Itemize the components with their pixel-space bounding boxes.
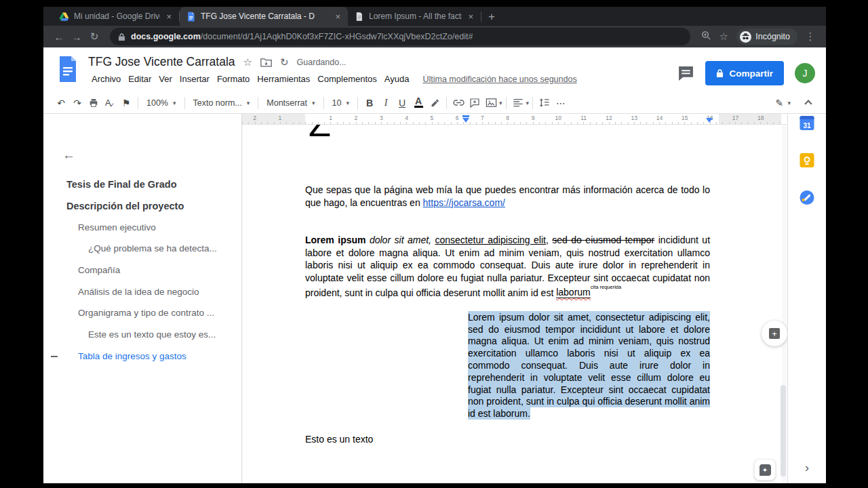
insert-image-icon[interactable] (483, 95, 499, 111)
indented-paragraph[interactable]: Lorem ipsum dolor sit amet, consectetur … (468, 312, 710, 420)
menu-complementos[interactable]: Complementos (314, 73, 380, 85)
horizontal-ruler[interactable]: 2 1 1 2 3 4 5 6 7 8 9 10 11 12 13 (242, 114, 787, 125)
outline-item-active[interactable]: Tabla de ingresos y gastos (43, 346, 237, 367)
outline-item[interactable]: Este es un texto que estoy es... (43, 324, 237, 346)
calendar-icon[interactable]: 31 (800, 116, 814, 130)
collapse-toolbar-icon[interactable] (800, 95, 816, 111)
closing-paragraph[interactable]: Esto es un texto (305, 434, 710, 445)
incognito-badge: Incógnito (736, 28, 797, 45)
redo-icon[interactable]: ↷ (69, 95, 85, 111)
menu-insertar[interactable]: Insertar (176, 73, 213, 85)
bold-text: Lorem ipsum (305, 235, 366, 245)
zoom-select[interactable]: 100% ▾ (142, 98, 181, 108)
check-glyph: ✓ (110, 102, 115, 108)
outline-item[interactable]: Compañía (43, 260, 237, 281)
left-indent-marker[interactable] (462, 118, 469, 125)
undo-icon[interactable]: ↶ (53, 95, 69, 111)
spelling-flagged-word: laborum (556, 287, 591, 298)
forward-icon[interactable]: → (68, 31, 85, 43)
last-modified-link[interactable]: Última modificación hace unos segundos (422, 75, 576, 84)
chevron-down-icon[interactable]: ▾ (787, 100, 791, 106)
bulb-base (806, 163, 809, 165)
outline-item[interactable]: Análisis de la idea de negocio (43, 281, 237, 302)
menu-dots-icon[interactable]: ⋮ (802, 30, 819, 43)
chevron-down-icon: ▾ (173, 100, 176, 106)
zoom-icon[interactable] (697, 30, 715, 43)
tab-google-drive[interactable]: Mi unidad - Google Drive × (53, 7, 179, 26)
tasks-icon[interactable] (800, 190, 814, 205)
menu-archivo[interactable]: Archivo (88, 73, 124, 85)
intro-paragraph[interactable]: Que sepas que la página web mía la que p… (305, 184, 710, 209)
ruler-number: 8 (495, 115, 520, 121)
account-avatar[interactable]: J (795, 63, 815, 83)
add-comment-icon[interactable] (467, 95, 483, 111)
outline-item[interactable]: Resumen ejecutivo (43, 216, 237, 238)
first-line-indent-marker[interactable] (462, 115, 469, 117)
back-icon[interactable]: ← (50, 31, 68, 43)
tab-lorem-ipsum[interactable]: Lorem Ipsum - All the facts - L × (348, 7, 481, 26)
main-area: ← Tesis de Final de Grado Descripción de… (43, 114, 826, 483)
ruler-number: 18 (748, 115, 773, 121)
paint-format-icon[interactable]: ⚑ (118, 95, 134, 111)
editing-mode-icon[interactable]: ✎ (771, 95, 787, 111)
insert-link-icon[interactable] (450, 95, 467, 111)
menu-ver[interactable]: Ver (155, 73, 176, 85)
outline-item[interactable]: Organigrama y tipo de contrato ... (43, 302, 237, 324)
outline-item[interactable]: Tesis de Final de Grado (43, 174, 237, 195)
expand-panel-icon[interactable]: › (805, 460, 809, 475)
url-host: docs.google.com (131, 32, 201, 41)
chevron-down-icon[interactable]: ▾ (526, 100, 530, 106)
spellcheck-icon[interactable]: A✓ (102, 95, 118, 111)
explore-button[interactable]: ✦ (754, 459, 776, 481)
comments-icon[interactable] (677, 66, 694, 81)
print-icon[interactable] (85, 95, 102, 111)
incognito-label: Incógnito (755, 32, 790, 41)
new-tab-button[interactable]: + (488, 10, 495, 24)
calendar-day-label: 31 (803, 122, 810, 129)
toolbar-divider (532, 97, 533, 109)
italic-button[interactable]: I (378, 95, 394, 111)
paragraph-style-select[interactable]: Texto norm... ▾ (189, 98, 255, 108)
menu-editar[interactable]: Editar (125, 73, 155, 85)
align-icon[interactable] (510, 95, 526, 111)
menu-herramientas[interactable]: Herramientas (254, 73, 313, 85)
document-page[interactable]: Z Que sepas que la página web mía la que… (243, 125, 782, 483)
close-icon[interactable]: × (467, 12, 475, 22)
keep-icon[interactable] (800, 153, 814, 167)
url-bar[interactable]: docs.google.com/document/d/1Aj1AqkhD0Kof… (110, 28, 690, 45)
highlight-icon[interactable] (427, 95, 443, 111)
bookmark-star-icon[interactable]: ☆ (715, 30, 732, 43)
lorem-paragraph[interactable]: Lorem ipsum dolor sit amet, consectetur … (305, 234, 710, 299)
share-label: Compartir (729, 68, 773, 79)
outline-item[interactable]: Descripción del proyecto (43, 195, 237, 217)
close-icon[interactable]: × (334, 12, 342, 22)
close-outline-icon[interactable]: ← (62, 148, 75, 163)
close-icon[interactable]: × (165, 12, 173, 22)
jocarsa-link[interactable]: https://jocarsa.com/ (423, 197, 505, 208)
chevron-down-icon[interactable]: ▾ (499, 100, 502, 106)
underline-button[interactable]: U (394, 95, 410, 111)
docs-logo[interactable] (58, 56, 77, 82)
page-icon (354, 12, 364, 22)
reload-icon[interactable]: ↻ (85, 30, 103, 43)
move-folder-icon[interactable] (260, 58, 272, 67)
more-options-icon[interactable]: ⋯ (553, 95, 569, 111)
font-size-select[interactable]: 10 ▾ (328, 98, 354, 108)
current-position-marker (51, 356, 58, 358)
share-button[interactable]: Compartir (705, 61, 784, 85)
font-select[interactable]: Montserrat ▾ (262, 98, 319, 108)
bold-button[interactable]: B (361, 95, 378, 111)
browser-window: Mi unidad - Google Drive × TFG Jose Vice… (43, 7, 826, 483)
vertical-scrollbar[interactable] (781, 385, 786, 476)
line-spacing-icon[interactable] (536, 95, 553, 111)
star-icon[interactable]: ☆ (243, 56, 252, 68)
add-comment-button[interactable]: + (762, 321, 787, 346)
document-title[interactable]: TFG Jose Vicente Carratala (88, 55, 235, 69)
ruler-number: 14 (647, 115, 672, 121)
menu-formato[interactable]: Formato (214, 73, 253, 85)
right-indent-marker[interactable] (706, 118, 713, 125)
tab-docs-active[interactable]: TFG Jose Vicente Carratala - D × (180, 7, 348, 26)
text-color-button[interactable]: A (410, 95, 427, 111)
menu-ayuda[interactable]: Ayuda (381, 73, 413, 85)
outline-item[interactable]: ¿Qué problema se ha detecta... (43, 238, 237, 260)
